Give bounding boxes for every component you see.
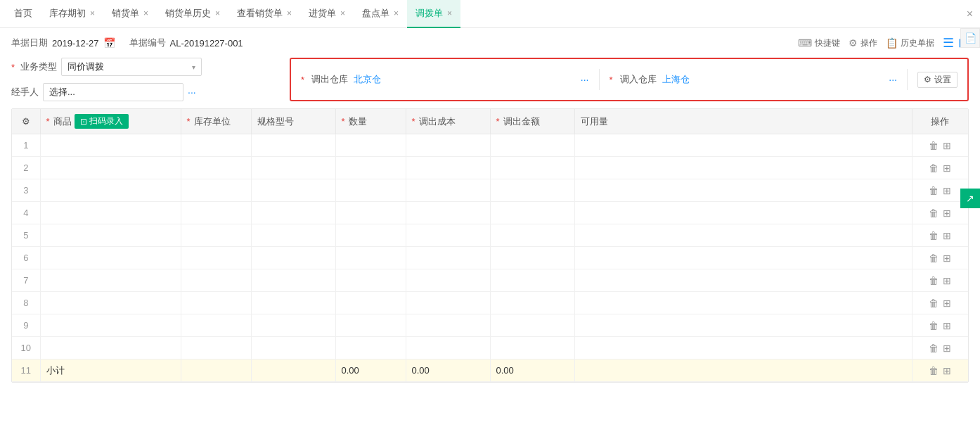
chevron-down-icon: ▾ — [192, 63, 195, 71]
layout-list-icon[interactable]: ☰ — [943, 35, 954, 51]
target-wh-required: * — [610, 75, 613, 85]
tab-close-inventory-check[interactable]: × — [394, 9, 399, 18]
cost-cell-2 — [406, 157, 490, 179]
header-row: 单据日期 2019-12-27 📅 单据编号 AL-20191227-001 ⌨… — [11, 35, 969, 51]
history-button[interactable]: 📋 历史单据 — [886, 37, 934, 49]
action-cell-8: 🗑 ⊞ — [912, 292, 968, 314]
unit-cell-5 — [181, 224, 251, 247]
delete-icon-row-2[interactable]: 🗑 — [929, 163, 939, 174]
tab-view-sales[interactable]: 查看销货单 × — [228, 0, 300, 28]
qty-cell-9 — [335, 314, 406, 337]
amount-cell-3 — [490, 179, 574, 202]
copy-icon-row-10[interactable]: ⊞ — [943, 343, 951, 354]
subtotal-spec-cell — [251, 359, 335, 382]
copy-icon-row-1[interactable]: ⊞ — [943, 140, 951, 151]
warehouse-setting-button[interactable]: ⚙ 设置 — [917, 72, 958, 88]
product-cell-5[interactable] — [40, 224, 181, 247]
product-cell-6[interactable] — [40, 247, 181, 269]
action-cell-4: 🗑 ⊞ — [912, 202, 968, 224]
product-cell-8[interactable] — [40, 292, 181, 314]
cost-cell-8 — [406, 292, 490, 314]
handler-more-button[interactable]: ··· — [188, 87, 196, 98]
delete-icon-row-5[interactable]: 🗑 — [929, 230, 939, 241]
tab-close-sales-order[interactable]: × — [143, 9, 148, 18]
window-close-button[interactable]: × — [967, 8, 973, 20]
unit-cell-8 — [181, 292, 251, 314]
amount-cell-5 — [490, 224, 574, 247]
delete-icon-row-9[interactable]: 🗑 — [929, 320, 939, 331]
source-wh-more-button[interactable]: ··· — [581, 74, 589, 85]
subtotal-label-cell: 小计 — [40, 359, 181, 382]
delete-icon-row-6[interactable]: 🗑 — [929, 253, 939, 264]
qty-cell-7 — [335, 269, 406, 292]
col-unit: * 库存单位 — [181, 109, 251, 134]
available-cell-3 — [574, 179, 912, 202]
cost-cell-3 — [406, 179, 490, 202]
unit-cell-7 — [181, 269, 251, 292]
delete-icon-row-8[interactable]: 🗑 — [929, 298, 939, 309]
product-cell-9[interactable] — [40, 314, 181, 337]
copy-icon-row-7[interactable]: ⊞ — [943, 275, 951, 286]
product-cell-7[interactable] — [40, 269, 181, 292]
delete-icon-row-10[interactable]: 🗑 — [929, 343, 939, 354]
tab-inventory-init[interactable]: 库存期初 × — [41, 0, 103, 28]
tab-transfer-order[interactable]: 调拨单 × — [407, 0, 460, 28]
available-cell-2 — [574, 157, 912, 179]
product-cell-1[interactable] — [40, 134, 181, 157]
date-field: 单据日期 2019-12-27 📅 — [11, 37, 115, 49]
copy-icon-row-2[interactable]: ⊞ — [943, 163, 951, 174]
source-wh-value: 北京仓 — [354, 73, 381, 86]
copy-icon-row-9[interactable]: ⊞ — [943, 320, 951, 331]
right-panel-doc-button[interactable]: 📄 — [960, 28, 980, 48]
tab-close-view-sales[interactable]: × — [287, 9, 292, 18]
copy-icon-row-3[interactable]: ⊞ — [943, 185, 951, 196]
product-cell-3[interactable] — [40, 179, 181, 202]
tab-home[interactable]: 首页 — [6, 0, 41, 28]
copy-icon-row-5[interactable]: ⊞ — [943, 230, 951, 241]
cost-cell-6 — [406, 247, 490, 269]
business-type-select[interactable]: 同价调拨 ▾ — [61, 58, 202, 76]
col-qty: * 数量 — [335, 109, 406, 134]
copy-icon-row-6[interactable]: ⊞ — [943, 253, 951, 264]
tab-purchase-order[interactable]: 进货单 × — [300, 0, 354, 28]
right-panel-expand-button[interactable]: ↗ — [960, 189, 980, 208]
date-picker-icon[interactable]: 📅 — [103, 37, 115, 49]
available-cell-5 — [574, 224, 912, 247]
tab-close-purchase-order[interactable]: × — [340, 9, 345, 18]
copy-icon-row-11[interactable]: ⊞ — [943, 365, 951, 376]
handler-select[interactable]: 选择... — [43, 83, 183, 101]
copy-icon-row-4[interactable]: ⊞ — [943, 208, 951, 219]
row-num-4: 4 — [12, 202, 40, 224]
table-gear-icon[interactable]: ⚙ — [22, 116, 30, 127]
tab-close-sales-history[interactable]: × — [215, 9, 220, 18]
tab-sales-history[interactable]: 销货单历史 × — [157, 0, 228, 28]
copy-icon-row-8[interactable]: ⊞ — [943, 298, 951, 309]
transfer-table: ⚙ * 商品 ⊡ 扫码录入 * 库存单位 — [11, 108, 969, 383]
tab-close-inventory-init[interactable]: × — [90, 9, 95, 18]
tab-sales-order[interactable]: 销货单 × — [103, 0, 157, 28]
spec-cell-1 — [251, 134, 335, 157]
qty-cell-2 — [335, 157, 406, 179]
operations-button[interactable]: ⚙ 操作 — [849, 37, 877, 49]
delete-icon-row-4[interactable]: 🗑 — [929, 208, 939, 219]
tab-close-transfer-order[interactable]: × — [447, 9, 452, 18]
spec-cell-7 — [251, 269, 335, 292]
product-cell-2[interactable] — [40, 157, 181, 179]
main-content: 单据日期 2019-12-27 📅 单据编号 AL-20191227-001 ⌨… — [0, 28, 980, 390]
product-cell-10[interactable] — [40, 337, 181, 359]
tab-inventory-check[interactable]: 盘点单 × — [354, 0, 407, 28]
shortcuts-button[interactable]: ⌨ 快捷键 — [798, 37, 840, 49]
cost-cell-1 — [406, 134, 490, 157]
row-num-1: 1 — [12, 134, 40, 157]
target-wh-more-button[interactable]: ··· — [889, 74, 897, 85]
source-warehouse-field: * 调出仓库 北京仓 ··· — [301, 73, 589, 86]
delete-icon-row-11[interactable]: 🗑 — [929, 365, 939, 376]
delete-icon-row-7[interactable]: 🗑 — [929, 275, 939, 286]
scan-button[interactable]: ⊡ 扫码录入 — [75, 114, 129, 129]
subtotal-available-cell — [574, 359, 912, 382]
delete-icon-row-1[interactable]: 🗑 — [929, 140, 939, 151]
product-cell-4[interactable] — [40, 202, 181, 224]
col-amount: * 调出金额 — [490, 109, 574, 134]
delete-icon-row-3[interactable]: 🗑 — [929, 185, 939, 196]
available-cell-1 — [574, 134, 912, 157]
